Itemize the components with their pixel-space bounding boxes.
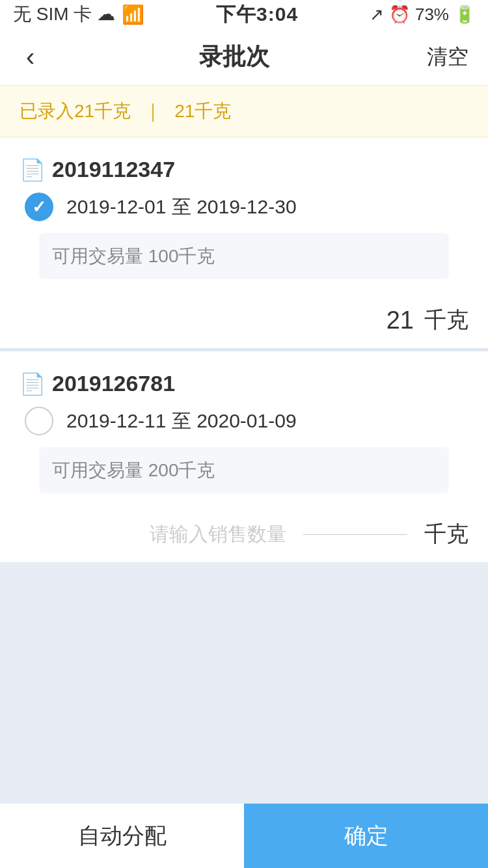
batch-2-available-qty: 可用交易量 200千克 [52, 460, 215, 480]
banner-divider: ｜ [144, 99, 161, 124]
batch-1-qty-box: 可用交易量 100千克 [39, 233, 449, 279]
batch-1-date-row: 2019-12-01 至 2019-12-30 [20, 193, 468, 221]
batch-1-doc-icon: 📄 [20, 157, 46, 182]
batch-2-qty-box: 可用交易量 200千克 [39, 447, 449, 493]
batch-1-unit: 千克 [424, 305, 468, 335]
recorded-qty-value: 21千克 [174, 99, 231, 124]
info-banner: 已录入21千克 ｜ 21千克 [0, 86, 488, 137]
confirm-button[interactable]: 确定 [244, 804, 488, 868]
batch-1-checkbox[interactable] [25, 193, 53, 221]
batch-2-checkbox[interactable] [25, 407, 53, 435]
status-bar: 无 SIM 卡 ☁ 📶 下午3:04 ↗ ⏰ 73% 🔋 [0, 0, 488, 29]
auto-distribute-label: 自动分配 [78, 821, 167, 851]
batch-1-id: 2019112347 [52, 157, 175, 182]
status-left: 无 SIM 卡 ☁ 📶 [13, 2, 144, 27]
sim-label: 无 SIM 卡 ☁ [13, 2, 115, 27]
alarm-icon: ⏰ [389, 5, 410, 25]
status-time: 下午3:04 [216, 1, 298, 28]
batch-1-header: 📄 2019112347 [20, 157, 468, 182]
batch-2-unit: 千克 [424, 519, 468, 549]
bottom-buttons: 自动分配 确定 [0, 803, 488, 868]
page-title: 录批次 [199, 41, 269, 73]
batch-1-input-row: 21 千克 [0, 292, 488, 349]
battery-percentage: 73% [415, 5, 449, 25]
batch-1-available-qty: 可用交易量 100千克 [52, 246, 215, 266]
recorded-qty-label: 已录入21千克 [20, 99, 131, 124]
auto-distribute-button[interactable]: 自动分配 [0, 804, 244, 868]
status-right: ↗ ⏰ 73% 🔋 [370, 5, 475, 25]
batch-item-1: 📄 2019112347 2019-12-01 至 2019-12-30 可用交… [0, 137, 488, 292]
clear-button[interactable]: 清空 [427, 43, 468, 72]
batch-2-date: 2019-12-11 至 2020-01-09 [66, 408, 297, 435]
batch-2-doc-icon: 📄 [20, 372, 46, 396]
nav-bar: ‹ 录批次 清空 [0, 29, 488, 86]
batch-2-qty-wrapper: 可用交易量 200千克 [20, 447, 468, 506]
batch-1-date: 2019-12-01 至 2019-12-30 [66, 194, 297, 221]
batch-1-input-value: 21 [386, 306, 414, 334]
batch-1-qty-wrapper: 可用交易量 100千克 [20, 233, 468, 292]
back-button[interactable]: ‹ [20, 36, 41, 78]
wifi-icon: 📶 [122, 4, 144, 25]
battery-icon: 🔋 [454, 5, 475, 25]
batch-card-1: 📄 2019112347 2019-12-01 至 2019-12-30 可用交… [0, 137, 488, 349]
batch-2-input-row: 请输入销售数量 千克 [0, 506, 488, 562]
batch-2-input-placeholder: 请输入销售数量 [150, 521, 286, 548]
location-icon: ↗ [370, 5, 384, 25]
confirm-label: 确定 [344, 821, 388, 851]
batch-card-2: 📄 2019126781 2019-12-11 至 2020-01-09 可用交… [0, 351, 488, 562]
batch-2-id: 2019126781 [52, 371, 175, 396]
batch-2-header: 📄 2019126781 [20, 371, 468, 396]
batch-2-date-row: 2019-12-11 至 2020-01-09 [20, 407, 468, 435]
batch-item-2: 📄 2019126781 2019-12-11 至 2020-01-09 可用交… [0, 351, 488, 506]
